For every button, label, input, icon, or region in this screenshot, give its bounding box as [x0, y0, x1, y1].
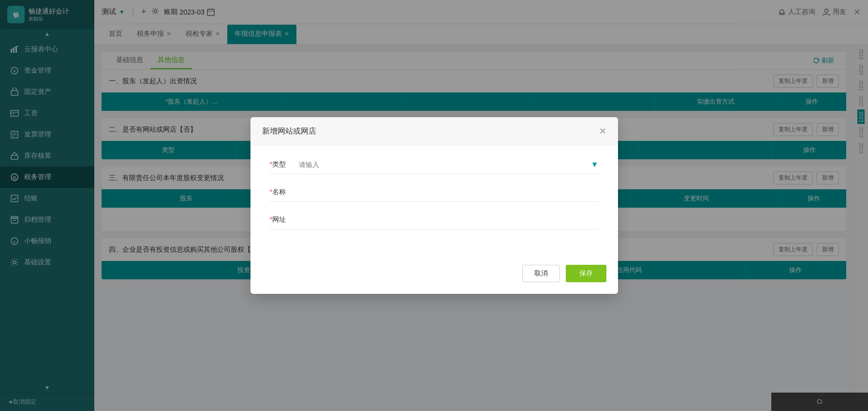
name-label-text: 名称	[272, 188, 286, 196]
modal-overlay[interactable]: 新增网站或网店 ✕ *类型 ▼ *名称	[0, 0, 868, 411]
url-label-text: 网址	[272, 215, 286, 223]
url-label: *网址	[270, 215, 299, 224]
url-input[interactable]	[299, 216, 599, 224]
dropdown-arrow-icon: ▼	[591, 160, 599, 169]
form-item-name: *名称	[270, 188, 599, 202]
name-label: *名称	[270, 188, 299, 197]
name-input[interactable]	[299, 188, 599, 196]
form-item-url: *网址	[270, 215, 599, 229]
modal-header: 新增网站或网店 ✕	[250, 117, 618, 146]
form-item-type: *类型 ▼	[270, 160, 599, 174]
modal-close-button[interactable]: ✕	[599, 126, 606, 137]
modal-body: *类型 ▼ *名称 *网址	[250, 146, 618, 258]
save-button[interactable]: 保存	[566, 265, 606, 282]
type-input[interactable]	[299, 161, 599, 168]
type-label-text: 类型	[272, 160, 286, 168]
cancel-button[interactable]: 取消	[522, 265, 560, 282]
type-label: *类型	[270, 160, 299, 169]
add-website-modal: 新增网站或网店 ✕ *类型 ▼ *名称	[250, 117, 618, 294]
modal-title: 新增网站或网店	[262, 126, 316, 137]
type-select-wrapper: ▼	[299, 161, 599, 168]
modal-footer: 取消 保存	[250, 258, 618, 294]
